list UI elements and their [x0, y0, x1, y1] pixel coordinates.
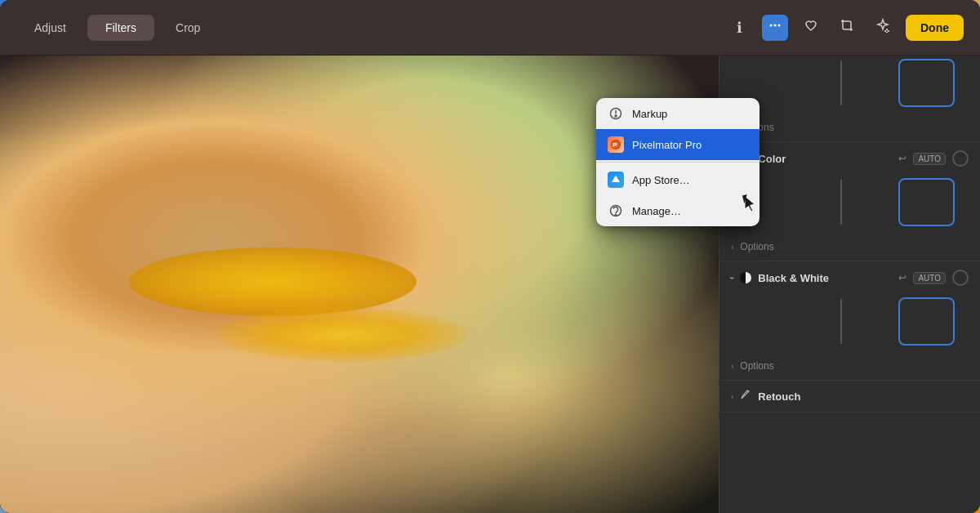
bw-chevron: › — [728, 276, 737, 279]
bw-section: › Black & White ↩ AUTO › Options — [719, 261, 980, 381]
bw-thumb-1[interactable] — [729, 299, 782, 344]
eye-makeup-top — [129, 248, 416, 316]
tab-crop[interactable]: Crop — [158, 15, 218, 41]
retouch-chevron: › — [731, 392, 733, 401]
manage-icon — [608, 203, 624, 219]
dropdown-markup[interactable]: Markup — [596, 98, 760, 129]
color-thumb-2[interactable] — [785, 180, 838, 225]
color-thumb-4[interactable] — [900, 180, 953, 225]
content-area: › Options › Color ↩ AUTO — [0, 56, 980, 513]
bw-thumb-4[interactable] — [900, 299, 953, 344]
retouch-section-header: › Retouch — [719, 381, 980, 412]
heart-button[interactable] — [798, 15, 824, 41]
done-button[interactable]: Done — [906, 15, 964, 41]
bw-options: › Options — [719, 352, 980, 380]
color-thumb-3[interactable] — [844, 180, 898, 225]
bw-section-header: › Black & White ↩ AUTO — [719, 261, 980, 294]
crop-button[interactable] — [834, 15, 860, 41]
color-thumb-divider — [840, 180, 842, 225]
magic-icon — [875, 18, 890, 37]
svg-text:P: P — [612, 141, 617, 149]
retouch-section: › Retouch — [719, 381, 980, 413]
toolbar: Adjust Filters Crop ℹ — [0, 0, 980, 56]
magic-button[interactable] — [870, 15, 896, 41]
eye-makeup-bottom — [216, 307, 467, 362]
bw-title: Black & White — [758, 272, 892, 284]
color-options-chevron: › — [731, 243, 733, 252]
preset-thumb-4[interactable] — [900, 60, 953, 105]
retouch-title: Retouch — [758, 390, 969, 403]
color-undo-button[interactable]: ↩ — [898, 153, 906, 164]
color-options: › Options — [719, 233, 980, 261]
bw-options-label[interactable]: Options — [740, 360, 773, 372]
svg-point-2 — [778, 25, 781, 27]
pixelmator-label: Pixelmator Pro — [632, 139, 702, 151]
markup-label: Markup — [632, 108, 667, 120]
preset-thumb-2[interactable] — [785, 60, 838, 105]
svg-point-5 — [615, 115, 617, 117]
svg-point-9 — [615, 214, 617, 216]
dropdown-divider-1 — [596, 162, 760, 163]
dropdown-manage[interactable]: Manage… — [596, 195, 760, 226]
bw-undo-button[interactable]: ↩ — [898, 272, 906, 283]
bw-thumb-divider — [840, 299, 842, 344]
markup-icon — [608, 105, 624, 122]
bw-auto-badge: AUTO — [913, 272, 946, 284]
heart-icon — [804, 18, 818, 37]
color-title: Color — [758, 153, 892, 165]
preset-thumb-divider — [840, 60, 842, 105]
bw-toggle[interactable] — [952, 270, 969, 286]
dropdown-menu: Markup P Pixelmator Pro — [596, 98, 760, 226]
info-button[interactable]: ℹ — [726, 15, 752, 41]
preset-thumb-3[interactable] — [844, 60, 898, 105]
bw-thumb-2[interactable] — [785, 299, 838, 344]
bw-options-chevron: › — [731, 362, 733, 371]
toolbar-tabs: Adjust Filters Crop — [16, 15, 218, 41]
more-button[interactable] — [762, 15, 788, 41]
dropdown-appstore[interactable]: App Store… — [596, 164, 760, 195]
dropdown-pixelmator[interactable]: P Pixelmator Pro — [596, 129, 760, 160]
tab-filters[interactable]: Filters — [87, 15, 154, 41]
color-auto-badge: AUTO — [913, 153, 946, 165]
more-icon — [768, 18, 782, 37]
crop-icon — [840, 18, 854, 37]
pixelmator-icon: P — [608, 136, 624, 153]
manage-label: Manage… — [632, 205, 681, 217]
svg-point-0 — [770, 25, 773, 27]
appstore-icon — [608, 172, 624, 188]
bw-thumbnails — [719, 294, 980, 352]
app-window: Adjust Filters Crop ℹ — [0, 0, 980, 513]
appstore-label: App Store… — [632, 174, 690, 186]
toolbar-actions: ℹ — [726, 15, 964, 41]
info-icon: ℹ — [737, 19, 742, 37]
color-toggle[interactable] — [952, 150, 969, 167]
bw-icon — [740, 272, 751, 283]
svg-point-1 — [774, 25, 777, 27]
retouch-icon — [740, 389, 751, 404]
bw-thumb-3[interactable] — [844, 299, 898, 344]
color-options-label[interactable]: Options — [740, 241, 773, 252]
tab-adjust[interactable]: Adjust — [16, 15, 84, 41]
